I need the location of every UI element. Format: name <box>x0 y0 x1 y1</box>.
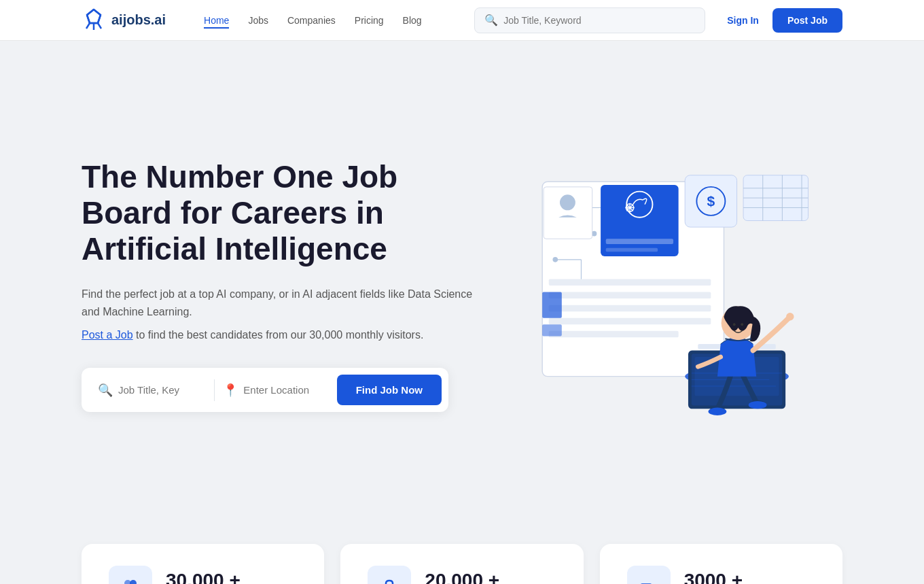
nav-pricing[interactable]: Pricing <box>355 12 384 29</box>
nav-links: Home Jobs Companies Pricing Blog <box>204 12 452 29</box>
logo-icon <box>82 8 106 33</box>
post-a-job-link[interactable]: Post a Job <box>82 329 133 341</box>
svg-line-7 <box>86 23 90 29</box>
nav-home[interactable]: Home <box>204 12 229 29</box>
svg-rect-43 <box>549 318 711 325</box>
hero-content: The Number One Job Board for Careers in … <box>82 159 476 412</box>
svg-line-2 <box>94 10 101 15</box>
hero-description: Find the perfect job at a top AI company… <box>82 286 476 320</box>
stat-companies-icon-wrap <box>627 566 671 584</box>
svg-point-63 <box>709 407 727 415</box>
hero-illustration: $ <box>476 143 842 428</box>
nav-jobs[interactable]: Jobs <box>248 12 268 29</box>
stats-section: 30,000 + Monthly Visitors 20,000 + Jobs <box>0 517 924 584</box>
svg-rect-26 <box>606 239 673 244</box>
stat-jobs-icon-wrap <box>368 566 411 584</box>
svg-line-4 <box>98 15 101 23</box>
logo-link[interactable]: aijobs.ai <box>82 8 166 33</box>
svg-rect-46 <box>542 324 562 336</box>
post-job-button[interactable]: Post Job <box>772 8 842 33</box>
stat-companies: 3000 + Companies <box>600 544 842 584</box>
location-icon: 📍 <box>223 383 238 398</box>
visitors-number: 30,000 + <box>166 570 241 584</box>
hero-title: The Number One Job Board for Careers in … <box>82 159 476 267</box>
sign-in-button[interactable]: Sign In <box>727 15 759 26</box>
svg-point-29 <box>560 194 575 210</box>
visitors-icon <box>120 577 141 584</box>
svg-point-70 <box>130 580 137 584</box>
stat-jobs: 20,000 + Jobs <box>340 544 583 584</box>
nav-right-actions: Sign In Post Job <box>727 8 842 33</box>
nav-search-bar: 🔍 <box>474 7 705 33</box>
svg-rect-44 <box>549 331 679 338</box>
hero-svg: $ <box>482 143 836 428</box>
search-divider <box>214 379 215 401</box>
svg-text:$: $ <box>707 193 715 209</box>
svg-rect-28 <box>544 187 592 239</box>
svg-rect-45 <box>542 292 562 318</box>
svg-line-1 <box>87 10 94 15</box>
svg-line-8 <box>98 23 101 29</box>
stat-visitors-icon-wrap <box>109 566 152 584</box>
nav-search-input[interactable] <box>503 8 695 33</box>
svg-point-64 <box>749 401 767 409</box>
hero-sub-desc: Post a Job to find the best candidates f… <box>82 326 476 344</box>
stat-jobs-text: 20,000 + Jobs <box>425 570 499 584</box>
svg-rect-42 <box>549 305 711 312</box>
svg-point-18 <box>552 257 558 262</box>
svg-rect-41 <box>549 292 711 299</box>
svg-rect-27 <box>606 248 658 252</box>
jobs-icon <box>378 577 400 584</box>
logo-text: aijobs.ai <box>111 12 166 28</box>
companies-number: 3000 + <box>684 570 743 584</box>
hero-section: The Number One Job Board for Careers in … <box>0 41 924 517</box>
nav-blog[interactable]: Blog <box>403 12 422 29</box>
svg-rect-40 <box>549 279 711 286</box>
location-input[interactable] <box>243 384 331 396</box>
job-title-input[interactable] <box>118 384 206 396</box>
job-search-field: 🔍 <box>92 380 211 400</box>
stat-visitors-text: 30,000 + Monthly Visitors <box>166 570 241 584</box>
companies-icon <box>638 577 660 584</box>
illustration-container: $ <box>482 143 836 428</box>
location-search-field: 📍 <box>217 380 336 400</box>
nav-search-icon: 🔍 <box>484 14 498 27</box>
svg-line-3 <box>87 15 90 23</box>
stat-monthly-visitors: 30,000 + Monthly Visitors <box>82 544 324 584</box>
nav-companies[interactable]: Companies <box>287 12 336 29</box>
jobs-number: 20,000 + <box>425 570 499 584</box>
hero-search-bar: 🔍 📍 Find Job Now <box>82 368 448 412</box>
search-icon: 🔍 <box>98 383 113 398</box>
stat-companies-text: 3000 + Companies <box>684 570 743 584</box>
svg-point-67 <box>733 323 736 326</box>
svg-rect-19 <box>601 185 679 256</box>
svg-point-65 <box>786 313 794 320</box>
hero-desc-text: Find the perfect job at a top AI company… <box>82 288 472 317</box>
svg-point-68 <box>741 323 743 326</box>
navbar: aijobs.ai Home Jobs Companies Pricing Bl… <box>0 0 924 41</box>
find-job-button[interactable]: Find Job Now <box>337 375 442 405</box>
hero-desc2: to find the best candidates from our 30,… <box>133 329 424 341</box>
